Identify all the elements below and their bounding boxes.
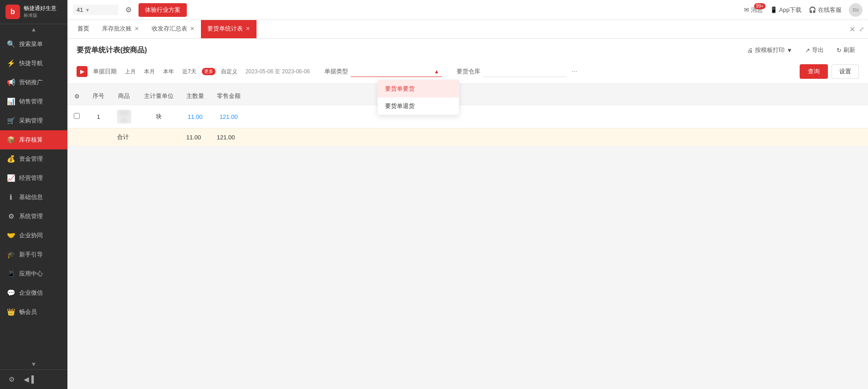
filter-expand-icon[interactable]: ▶: [77, 66, 87, 77]
sidebar-item-库存核算[interactable]: 📦 库存核算: [0, 130, 67, 149]
sidebar-item-快捷导航[interactable]: ⚡ 快捷导航: [0, 54, 67, 73]
type-select-input[interactable]: [351, 66, 442, 77]
sidebar-item-销售管理[interactable]: 📊 销售管理: [0, 92, 67, 111]
print-button[interactable]: 🖨 按模板打印 ▼: [744, 44, 796, 56]
tab-close-icon-1[interactable]: ✕: [134, 26, 139, 32]
sidebar-icon-5: 📦: [6, 135, 15, 144]
footer-label: 合计: [111, 128, 138, 146]
sidebar-icon-10: 🤝: [6, 231, 15, 240]
sidebar-icon-13: 💬: [6, 288, 15, 297]
app-logo-icon: b: [5, 5, 20, 19]
content-area: 要货单统计表(按商品) 🖨 按模板打印 ▼ ↗ 导出 ↻ 刷新 ▶: [67, 39, 868, 389]
sidebar-item-企业协同[interactable]: 🤝 企业协同: [0, 226, 67, 245]
tab-首页[interactable]: 首页: [71, 20, 96, 38]
tab-label-1: 库存批次账: [102, 25, 132, 33]
sidebar-logo: b 畅捷通好生意 标准版: [0, 0, 67, 24]
last-month-btn[interactable]: 上月: [122, 67, 139, 77]
row-unit-0: 块: [138, 105, 180, 128]
user-avatar-label: Rit: [853, 7, 858, 13]
sidebar-scroll-up[interactable]: ▲: [0, 24, 67, 35]
sidebar-label-7: 经营管理: [19, 174, 43, 182]
sidebar-item-企业微信[interactable]: 💬 企业微信: [0, 283, 67, 302]
custom-date-btn[interactable]: 自定义: [218, 67, 240, 77]
this-month-btn[interactable]: 本月: [141, 67, 158, 77]
type-dropdown: 要货单要货要货单退货: [377, 80, 459, 115]
footer-amount: 121.00: [211, 128, 247, 146]
col-settings-icon[interactable]: ⚙: [67, 87, 86, 105]
tab-close-all-icon[interactable]: ✕: [849, 25, 855, 34]
tab-close-icon-2[interactable]: ✕: [190, 26, 195, 32]
sidebar-item-营销推广[interactable]: 📢 营销推广: [0, 73, 67, 92]
export-button[interactable]: ↗ 导出: [801, 44, 827, 56]
sidebar-settings-icon[interactable]: ⚙: [6, 374, 16, 384]
message-button[interactable]: ✉ 消息 99+: [744, 6, 763, 14]
row-checkbox-0[interactable]: [67, 105, 86, 128]
sidebar-icon-12: 📱: [6, 269, 15, 278]
sidebar-item-搜索菜单[interactable]: 🔍 搜索菜单: [0, 35, 67, 54]
sidebar-footer: ⚙ ◀▐: [0, 369, 67, 389]
sidebar-label-6: 资金管理: [19, 155, 43, 163]
sidebar-item-资金管理[interactable]: 💰 资金管理: [0, 149, 67, 169]
warehouse-filter-group: 要货仓库 ···: [457, 66, 577, 77]
sidebar-icon-4: 🛒: [6, 116, 15, 125]
table-body: 1 ••••• ••• 块 11.00 121.00: [67, 105, 868, 128]
sidebar-label-12: 应用中心: [19, 270, 43, 278]
trial-button[interactable]: 体验行业方案: [139, 3, 187, 17]
this-year-btn[interactable]: 本年: [160, 67, 177, 77]
sidebar-label-1: 快捷导航: [19, 59, 43, 67]
sidebar-item-经营管理[interactable]: 📈 经营管理: [0, 169, 67, 188]
sidebar-item-基础信息[interactable]: ℹ 基础信息: [0, 188, 67, 207]
warehouse-filter-label: 要货仓库: [457, 67, 480, 76]
dropdown-item-0[interactable]: 要货单要货: [378, 80, 459, 97]
footer-quantity: 11.00: [180, 128, 211, 146]
col-quantity-header: 主数量: [180, 87, 211, 105]
sidebar-item-采购管理[interactable]: 🛒 采购管理: [0, 111, 67, 130]
sidebar-icon-6: 💰: [6, 154, 15, 164]
tab-要货单统计表[interactable]: 要货单统计表✕: [201, 20, 257, 38]
row-quantity-0: 11.00: [180, 105, 211, 128]
page-title: 要货单统计表(按商品): [77, 46, 147, 55]
sidebar-item-畅会员[interactable]: 👑 畅会员: [0, 302, 67, 322]
app-logo-title: 畅捷通好生意: [24, 5, 56, 12]
sidebar-audio-icon[interactable]: ◀▐: [24, 374, 34, 384]
sidebar-icon-2: 📢: [6, 78, 15, 87]
sidebar-item-新手引导[interactable]: 🎓 新手引导: [0, 245, 67, 264]
warehouse-input[interactable]: [483, 66, 567, 77]
tab-库存批次账[interactable]: 库存批次账✕: [96, 20, 145, 38]
branch-label: 41: [77, 6, 83, 13]
topbar-settings-icon[interactable]: ⚙: [122, 4, 135, 16]
tab-close-icon-3[interactable]: ✕: [246, 26, 250, 32]
sidebar-icon-9: ⚙: [6, 212, 15, 221]
refresh-icon: ↻: [837, 47, 842, 54]
tab-收发存汇总表[interactable]: 收发存汇总表✕: [145, 20, 201, 38]
tab-label-0: 首页: [77, 25, 89, 33]
more-date-badge[interactable]: 更多: [202, 68, 216, 75]
settings-button[interactable]: 设置: [832, 64, 859, 79]
sidebar-scroll-down[interactable]: ▼: [0, 359, 67, 369]
export-icon: ↗: [805, 47, 810, 54]
user-avatar[interactable]: Rit: [849, 3, 863, 17]
app-download-button[interactable]: 📱 App下载: [770, 6, 801, 14]
last-7-days-btn[interactable]: 近7天: [180, 67, 199, 77]
sidebar-label-5: 库存核算: [19, 136, 43, 144]
sidebar-item-应用中心[interactable]: 📱 应用中心: [0, 264, 67, 283]
topbar-right: ✉ 消息 99+ 📱 App下载 🎧 在线客服 Rit: [744, 3, 863, 17]
online-service-button[interactable]: 🎧 在线客服: [809, 6, 842, 14]
query-button[interactable]: 查询: [800, 64, 828, 79]
sidebar-icon-1: ⚡: [6, 59, 15, 68]
sidebar-label-10: 企业协同: [19, 231, 43, 240]
sidebar: b 畅捷通好生意 标准版 ▲ 🔍 搜索菜单 ⚡ 快捷导航 📢 营销推广 📊 销售…: [0, 0, 67, 389]
sidebar-label-13: 企业微信: [19, 289, 43, 297]
data-table: ⚙ 序号 商品 主计量单位 主数量 零售金额 1 ••••• ••• 块 11.…: [67, 87, 868, 146]
tab-label-3: 要货单统计表: [207, 25, 243, 33]
dropdown-item-1[interactable]: 要货单退货: [378, 97, 459, 115]
tab-expand-icon[interactable]: ⤢: [859, 26, 864, 33]
type-select-wrapper: ▲: [351, 66, 442, 77]
branch-arrow-icon: ▼: [85, 7, 90, 13]
sidebar-item-系统管理[interactable]: ⚙ 系统管理: [0, 207, 67, 226]
branch-selector[interactable]: 41 ▼: [73, 5, 118, 15]
warehouse-more-icon[interactable]: ···: [571, 67, 577, 76]
app-logo-sub: 标准版: [24, 12, 56, 19]
refresh-button[interactable]: ↻ 刷新: [833, 44, 859, 56]
row-product-0: ••••• •••: [111, 105, 138, 128]
